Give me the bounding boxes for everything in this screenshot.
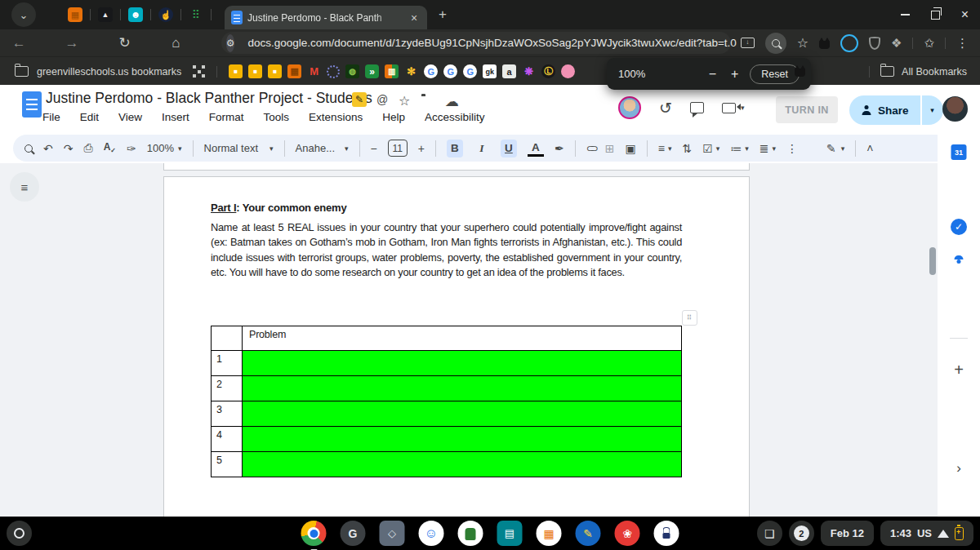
bookmark-favicon[interactable]: G (443, 64, 457, 78)
spellcheck-icon[interactable]: A✓ (104, 141, 116, 154)
bookmark-favicon[interactable]: ■ (248, 64, 262, 78)
add-comment-icon[interactable]: ⊞ (605, 142, 615, 155)
restore-icon[interactable] (931, 11, 940, 20)
bulleted-list-icon[interactable]: ≔▾ (730, 142, 749, 155)
undo-icon[interactable]: ↶ (43, 142, 53, 155)
zoom-search-icon[interactable] (765, 33, 786, 54)
install-app-icon[interactable]: ↓ (741, 38, 755, 48)
cat-extension-icon[interactable] (819, 41, 830, 49)
bookmark-favicon[interactable]: ▥ (385, 64, 399, 78)
turn-in-button[interactable]: TURN IN (776, 96, 838, 123)
version-history-icon[interactable]: ↺ (659, 99, 672, 118)
zoom-reset-button[interactable]: Reset (750, 64, 800, 84)
menu-item[interactable]: Accessibility (425, 111, 485, 123)
collapse-toolbar-icon[interactable]: ˄ (866, 142, 873, 155)
comments-icon[interactable] (690, 102, 704, 113)
table-header-cell[interactable] (211, 326, 243, 350)
ruler-extension-icon[interactable]: ✎ (352, 92, 367, 107)
menu-item[interactable]: Extensions (309, 111, 363, 123)
back-icon[interactable]: ← (10, 35, 29, 51)
share-button[interactable]: Share (849, 95, 920, 125)
tune-icon[interactable]: ⚙ (226, 34, 235, 52)
bookmark-favicon[interactable]: » (365, 64, 379, 78)
menu-item[interactable]: File (42, 111, 60, 123)
bookmark-favicon[interactable]: ❋ (522, 64, 536, 78)
bookmark-star-icon[interactable]: ☆ (797, 35, 808, 51)
numbered-list-icon[interactable]: ≣▾ (760, 142, 776, 155)
share-dropdown[interactable]: ▾ (922, 95, 943, 125)
active-tab[interactable]: Justine Perdomo - Black Panth × (225, 6, 427, 29)
document-outline-icon[interactable]: ≡ (10, 172, 39, 202)
document-page[interactable]: Part I: Your common enemy Name at least … (163, 176, 750, 517)
floating-cat-icon[interactable] (795, 69, 805, 77)
editing-mode-select[interactable]: ✎▾ (826, 142, 844, 155)
italic-icon[interactable]: I (474, 140, 490, 157)
highlighted-cell[interactable] (243, 351, 682, 375)
bookmarks-folder-icon[interactable] (15, 66, 29, 77)
shelf-app-icon[interactable] (301, 521, 327, 546)
minimize-icon[interactable] (901, 14, 910, 16)
decrease-font-icon[interactable]: − (371, 142, 377, 155)
bold-icon[interactable]: B (447, 140, 463, 157)
bookmark-favicon[interactable]: ◍ (345, 64, 359, 78)
section-heading[interactable]: Part I: Your common enemy (211, 202, 346, 214)
bookmark-favicon[interactable]: a (502, 64, 516, 78)
tab-close-icon[interactable]: × (408, 11, 421, 24)
zoom-select[interactable]: 100%▾ (147, 142, 182, 154)
shelf-app-icon[interactable]: ▦ (537, 521, 562, 546)
menu-item[interactable]: Tools (264, 111, 290, 123)
bookmark-favicon[interactable]: G (424, 64, 438, 78)
highlighted-cell[interactable] (243, 376, 682, 401)
blue-shield-extension-icon[interactable] (840, 34, 858, 52)
highlighted-cell[interactable] (243, 427, 682, 451)
paint-format-icon[interactable]: ✑ (127, 142, 136, 155)
bookmark-favicon[interactable]: Ⓛ (541, 64, 555, 78)
browser-menu-icon[interactable]: ⋮ (956, 36, 969, 51)
underline-icon[interactable]: U (501, 140, 517, 157)
row-number-cell[interactable]: 5 (211, 452, 243, 477)
highlighted-cell[interactable] (243, 401, 682, 426)
close-icon[interactable]: × (961, 7, 969, 22)
shelf-app-icon[interactable]: ◇ (380, 521, 405, 546)
calendar-icon[interactable]: 31 (951, 144, 967, 160)
insert-image-icon[interactable]: ▣ (625, 142, 635, 155)
shelf-app-icon[interactable] (654, 521, 679, 546)
extensions-puzzle-icon[interactable]: ❖ (891, 36, 902, 51)
cloud-status-icon[interactable]: ☁ (445, 93, 459, 110)
menu-item[interactable]: Format (209, 111, 244, 123)
checklist-icon[interactable]: ☑▾ (702, 142, 719, 155)
pinned-tab-favicon[interactable]: ☻ (128, 7, 143, 22)
menu-item[interactable]: View (118, 111, 142, 123)
pinned-tab-favicon[interactable]: ⠿ (189, 7, 203, 22)
screen-capture-icon[interactable]: ❏ (757, 521, 782, 546)
bookmark-favicon[interactable] (561, 64, 575, 78)
row-number-cell[interactable]: 4 (211, 427, 243, 451)
increase-font-icon[interactable]: + (418, 142, 425, 155)
menu-item[interactable]: Insert (162, 111, 189, 123)
scrollbar-thumb[interactable] (929, 247, 936, 275)
bookmark-favicon[interactable]: M (307, 64, 321, 78)
add-addon-icon[interactable]: + (954, 361, 964, 379)
more-options-icon[interactable]: ⋮ (786, 142, 798, 155)
highlighted-cell[interactable] (243, 452, 682, 477)
bookmark-favicon[interactable]: ■ (229, 64, 243, 78)
font-select[interactable]: Anahe...▾ (296, 142, 349, 154)
apps-grid-icon[interactable] (193, 65, 205, 78)
system-tray[interactable]: 1:43 US (880, 521, 973, 546)
shelf-app-icon[interactable]: G (341, 521, 366, 546)
shelf-app-icon[interactable]: ☺ (419, 521, 444, 546)
meet-camera-icon[interactable]: ▾ (722, 103, 745, 113)
new-tab-button[interactable]: + (439, 7, 447, 23)
font-size-input[interactable]: 11 (388, 140, 408, 157)
zoom-out-button[interactable]: − (709, 67, 716, 82)
sparkle-star-icon[interactable]: ✩ (924, 36, 934, 51)
notifications-button[interactable]: 2 (789, 521, 814, 546)
row-number-cell[interactable]: 3 (211, 401, 243, 426)
bookmark-favicon[interactable]: ✻ (404, 64, 418, 78)
url-text[interactable]: docs.google.com/document/d/1zydeBUg91CpN… (247, 37, 736, 49)
star-document-icon[interactable]: ☆ (399, 93, 410, 109)
collaborator-avatar[interactable] (618, 96, 641, 119)
shelf-app-icon[interactable]: ❀ (615, 521, 640, 546)
text-color-icon[interactable]: A (528, 140, 544, 157)
line-spacing-icon[interactable]: ⇅ (682, 142, 692, 155)
